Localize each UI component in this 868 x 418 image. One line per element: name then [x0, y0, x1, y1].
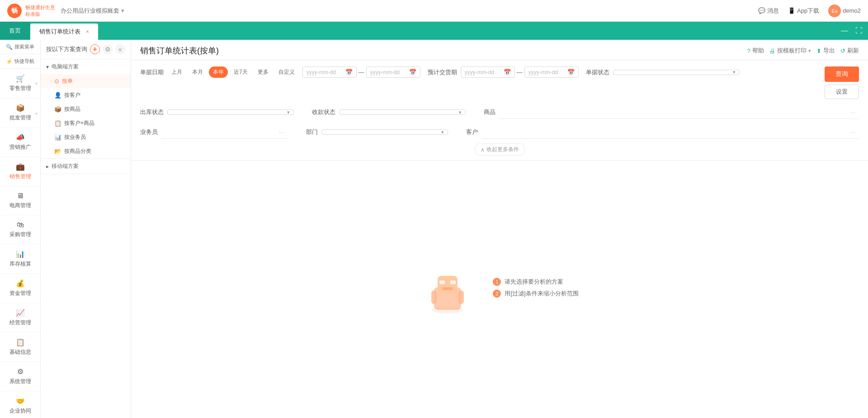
tab-bar: 首页 销售订单统计表 × — ⛶ [0, 22, 868, 40]
collapse-bar: ∧ 收起更多条件 [131, 139, 868, 161]
sidebar-item-inventory[interactable]: 📊 库存核算 [0, 244, 40, 274]
pc-section-label: 电脑端方案 [52, 63, 79, 71]
date-shortcut-this-year[interactable]: 本年 [209, 66, 228, 78]
sidebar-item-operations[interactable]: 📈 经营管理 [0, 303, 40, 332]
sidebar-item-enterprise[interactable]: 🤝 企业协同 [0, 391, 40, 418]
help-btn[interactable]: ? 帮助 [747, 47, 764, 55]
sidebar-item-marketing[interactable]: 📣 营销推广 [0, 128, 40, 157]
department-label: 部门 [306, 128, 318, 136]
scheme-add-btn[interactable]: + [90, 44, 100, 54]
mobile-section-title[interactable]: ▸ 移动端方案 [41, 159, 131, 174]
sidebar-item-purchase[interactable]: 🛍 采购管理 [0, 215, 40, 244]
sidebar-item-purchase-label: 采购管理 [9, 231, 31, 238]
scheme-item-by-customer-commodity[interactable]: 📋 按客户+商品 [41, 116, 131, 130]
empty-text: 1 请先选择要分析的方案 2 用[过滤]条件来缩小分析范围 [493, 278, 578, 301]
export-btn[interactable]: ⬆ 导出 [816, 47, 835, 55]
help-icon: ? [747, 48, 750, 54]
retail-expand-icon: ▾ [35, 81, 38, 86]
settings-button[interactable]: 设置 [825, 85, 859, 99]
print-icon: 🖨 [769, 48, 775, 54]
scheme-item-by-customer[interactable]: 👤 按客户 [41, 88, 131, 102]
customer-dots-icon[interactable]: ··· [850, 128, 855, 136]
tab-close-icon[interactable]: × [86, 28, 89, 35]
sidebar-item-finance-label: 资金管理 [9, 290, 31, 297]
query-button[interactable]: 查询 [825, 66, 859, 82]
retail-icon: 🛒 [16, 74, 25, 83]
tab-maximize-btn[interactable]: ⛶ [854, 25, 864, 37]
sidebar-item-retail[interactable]: 🛒 零售管理 ▾ [0, 69, 40, 98]
department-select[interactable]: ▾ [321, 129, 448, 135]
filter-payment-status-item: 收款状态 ▾ [312, 108, 466, 116]
logo-text: 畅捷通好生意 标准版 [25, 4, 55, 17]
expected-separator: — [517, 69, 523, 76]
sidebar-item-finance[interactable]: 💰 资金管理 [0, 274, 40, 303]
breadcrumb-dropdown-icon[interactable]: ▾ [121, 7, 124, 14]
date-from-input[interactable]: yyyy-mm-dd 📅 [302, 66, 357, 78]
print-btn[interactable]: 🖨 按模板打印 ▾ [769, 47, 811, 55]
expected-from-calendar-icon: 📅 [504, 69, 511, 76]
mobile-scheme-section: ▸ 移动端方案 [41, 159, 131, 174]
pc-section-title[interactable]: ▾ 电脑端方案 [41, 59, 131, 74]
payment-status-select[interactable]: ▾ [339, 109, 466, 115]
user-area[interactable]: Ea demo2 [828, 5, 861, 17]
filter-section: 单据日期 上月 本月 本年 近7天 更多 自定义 [131, 60, 868, 139]
expected-delivery-to-input[interactable]: yyyy-mm-dd 📅 [524, 66, 579, 78]
doc-status-arrow-icon: ▾ [733, 69, 736, 75]
expected-from-placeholder: yyyy-mm-dd [465, 69, 494, 76]
sidebar-item-retail-label: 零售管理 [9, 85, 31, 92]
delivery-status-select[interactable]: ▾ [167, 109, 294, 115]
date-shortcut-this-month[interactable]: 本月 [188, 66, 207, 78]
breadcrumb-area: 办公用品行业模拟账套 ▾ [61, 7, 124, 15]
salesperson-dots-icon[interactable]: ··· [279, 128, 284, 136]
scheme-item-by-commodity-category[interactable]: 📂 按商品分类 [41, 144, 131, 158]
date-shortcut-custom[interactable]: 自定义 [274, 66, 299, 78]
app-download-label: App下载 [797, 7, 819, 15]
payment-status-arrow-icon: ▾ [459, 109, 462, 115]
sidebar-item-basic[interactable]: 📋 基础信息 [0, 332, 40, 362]
scheme-collapse-btn[interactable]: « [115, 44, 125, 54]
refresh-icon: ↺ [840, 48, 845, 54]
app-download-btn[interactable]: 📱 App下载 [788, 7, 819, 15]
empty-hint-1-text: 请先选择要分析的方案 [505, 278, 563, 286]
by-commodity-category-icon: 📂 [54, 148, 61, 155]
message-btn[interactable]: 💬 消息 [758, 7, 779, 15]
scheme-item-by-order[interactable]: ⊙ 按单 [41, 74, 131, 88]
expected-delivery-label: 预计交货期 [428, 68, 457, 76]
collapse-more-btn[interactable]: ∧ 收起更多条件 [475, 143, 525, 156]
date-shortcut-last-7-days[interactable]: 近7天 [230, 66, 252, 78]
mobile-section-label: 移动端方案 [52, 162, 79, 170]
main-layout: 🔍 搜索菜单 ⚡ 快捷导航 🛒 零售管理 ▾ 📦 批发管理 ▴ 📣 营销推广 💼… [0, 40, 868, 418]
doc-status-label: 单据状态 [586, 68, 609, 76]
search-icon: 🔍 [6, 44, 13, 50]
expected-to-placeholder: yyyy-mm-dd [528, 69, 558, 76]
date-shortcut-more[interactable]: 更多 [254, 66, 273, 78]
tab-minimize-btn[interactable]: — [839, 25, 850, 37]
expected-delivery-from-input[interactable]: yyyy-mm-dd 📅 [461, 66, 515, 78]
empty-hint-2: 2 用[过滤]条件来缩小分析范围 [493, 290, 578, 298]
sidebar-search[interactable]: 🔍 搜索菜单 [0, 40, 40, 54]
sidebar-item-wholesale[interactable]: 📦 批发管理 ▴ [0, 98, 40, 128]
doc-status-select[interactable]: ▾ [613, 70, 740, 75]
sidebar-item-ecommerce[interactable]: 🖥 电商管理 [0, 186, 40, 215]
export-label: 导出 [823, 47, 835, 55]
commodity-dots-icon[interactable]: ··· [850, 109, 855, 116]
tab-active[interactable]: 销售订单统计表 × [30, 24, 98, 40]
scheme-item-by-commodity[interactable]: 📦 按商品 [41, 102, 131, 116]
scheme-panel-actions: + ⚙ « [90, 44, 125, 54]
filter-doc-status-item: 单据状态 ▾ [586, 68, 740, 76]
date-to-calendar-icon: 📅 [409, 69, 416, 76]
scheme-item-by-salesperson-label: 按业务员 [64, 133, 86, 141]
refresh-btn[interactable]: ↺ 刷新 [840, 47, 859, 55]
sidebar-item-system[interactable]: ⚙ 系统管理 [0, 362, 40, 391]
scheme-settings-btn[interactable]: ⚙ [103, 44, 113, 54]
tab-home[interactable]: 首页 [0, 22, 30, 40]
operations-icon: 📈 [16, 309, 25, 317]
scheme-item-by-salesperson[interactable]: 📊 按业务员 [41, 130, 131, 144]
filter-salesperson-item: 业务员 ··· [140, 125, 288, 139]
sidebar-item-sales[interactable]: 💼 销售管理 [0, 157, 40, 186]
logo-icon: 畅 [7, 4, 22, 18]
date-to-input[interactable]: yyyy-mm-dd 📅 [366, 66, 420, 78]
date-shortcut-last-month[interactable]: 上月 [167, 66, 186, 78]
sidebar-nav[interactable]: ⚡ 快捷导航 [0, 54, 40, 69]
filter-date-item: 单据日期 上月 本月 本年 近7天 更多 自定义 [140, 66, 420, 78]
